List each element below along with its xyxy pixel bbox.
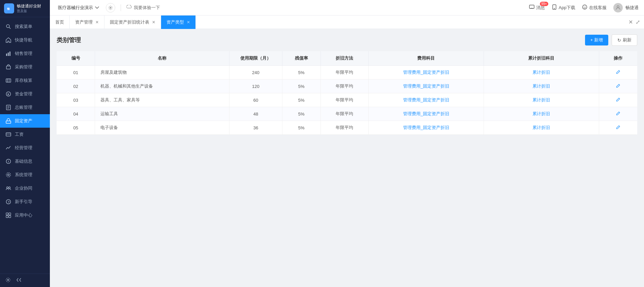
online-service-icon: [582, 4, 587, 11]
logo-text: 畅捷通好业财 普及版: [17, 4, 41, 13]
sidebar-item-label: 经营管理: [15, 145, 32, 151]
col-name: 名称: [95, 51, 229, 66]
user-action[interactable]: 畅捷通: [613, 3, 639, 12]
tab-asset-mgmt-close[interactable]: ✕: [95, 20, 99, 25]
svg-rect-8: [6, 79, 11, 82]
message-icon: [529, 4, 534, 11]
tab-bar-actions: ✕ ⤢: [628, 19, 644, 25]
table-row: 03 器具、工具、家具等 60 5% 年限平均 管理费用_固定资产折旧 累计折旧: [57, 93, 637, 107]
maximize-icon[interactable]: ⤢: [636, 19, 640, 25]
cell-id: 05: [57, 121, 95, 135]
sidebar-item-basic[interactable]: 基础信息: [0, 155, 50, 168]
tab-asset-mgmt-label: 资产管理: [75, 19, 93, 25]
cell-accumulated: 累计折旧: [484, 107, 599, 121]
close-window-icon[interactable]: ✕: [628, 19, 633, 25]
operations-icon: [5, 145, 11, 151]
app-download-action[interactable]: App下载: [552, 4, 575, 11]
sidebar-item-collab[interactable]: 企业协同: [0, 182, 50, 195]
username: 畅捷通: [625, 5, 639, 11]
cell-action[interactable]: [599, 79, 637, 93]
edit-icon[interactable]: [616, 84, 620, 89]
online-service-label: 在线客服: [589, 5, 607, 11]
message-action[interactable]: 消息 99+: [529, 4, 545, 11]
sidebar-bottom: [0, 274, 50, 287]
sidebar-item-salary[interactable]: 工资: [0, 128, 50, 141]
tab-asset-mgmt[interactable]: 资产管理 ✕: [70, 15, 104, 29]
edit-icon[interactable]: [616, 111, 620, 117]
cell-expense: 管理费用_固定资产折旧: [369, 66, 484, 79]
sidebar-item-fixed-assets[interactable]: 固定资产: [0, 114, 50, 128]
collapse-sidebar-icon[interactable]: [16, 277, 23, 284]
svg-point-26: [9, 187, 10, 189]
sidebar-item-purchase[interactable]: 采购管理: [0, 60, 50, 74]
tab-asset-type[interactable]: 资产类型 ✕: [161, 15, 196, 29]
sidebar-item-quicknav[interactable]: 快捷导航: [0, 33, 50, 47]
sidebar-item-operations[interactable]: 经营管理: [0, 141, 50, 155]
tab-depreciation-close[interactable]: ✕: [152, 20, 155, 25]
svg-point-24: [6, 173, 11, 177]
search-icon: [5, 24, 11, 30]
sales-icon: [5, 51, 11, 57]
tab-depreciation[interactable]: 固定资产折旧统计表 ✕: [104, 15, 161, 29]
sidebar-item-capital[interactable]: ¥ 资金管理: [0, 87, 50, 101]
svg-rect-31: [6, 216, 8, 218]
new-button[interactable]: + 新增: [585, 35, 608, 45]
sidebar-item-guide[interactable]: ? 新手引导: [0, 195, 50, 209]
svg-rect-5: [8, 53, 9, 56]
module-settings-icon[interactable]: [106, 3, 115, 12]
sidebar-item-sales[interactable]: 销售管理: [0, 47, 50, 60]
sidebar-item-label: 库存核算: [15, 77, 32, 84]
cell-duration: 240: [229, 66, 282, 79]
sidebar-item-appstore[interactable]: 应用中心: [0, 209, 50, 222]
refresh-button[interactable]: ↻ 刷新: [612, 34, 637, 46]
tab-asset-type-label: 资产类型: [166, 19, 184, 25]
salary-icon: [5, 131, 11, 137]
header-buttons: + 新增 ↻ 刷新: [585, 34, 637, 46]
edit-icon[interactable]: [616, 125, 620, 131]
cell-residual: 5%: [282, 66, 320, 79]
cell-duration: 60: [229, 93, 282, 107]
cell-action[interactable]: [599, 93, 637, 107]
svg-rect-17: [6, 121, 11, 123]
cell-action[interactable]: [599, 66, 637, 79]
cell-action[interactable]: [599, 121, 637, 135]
tab-home[interactable]: 首页: [50, 15, 70, 29]
cell-name: 运输工具: [95, 107, 229, 121]
cell-expense: 管理费用_固定资产折旧: [369, 79, 484, 93]
svg-rect-4: [6, 54, 7, 56]
cell-method: 年限平均: [320, 107, 368, 121]
module-selector[interactable]: 医疗器械行业演示: [55, 3, 102, 12]
cell-expense: 管理费用_固定资产折旧: [369, 121, 484, 135]
system-icon: [5, 172, 11, 178]
experience-button[interactable]: 我要体验一下: [126, 5, 160, 11]
cell-residual: 5%: [282, 121, 320, 135]
sidebar-item-label: 新手引导: [15, 199, 32, 205]
basic-icon: [5, 158, 11, 164]
svg-text:畅: 畅: [7, 7, 10, 10]
tab-asset-type-close[interactable]: ✕: [187, 20, 190, 25]
col-action: 操作: [599, 51, 637, 66]
cell-expense: 管理费用_固定资产折旧: [369, 107, 484, 121]
settings-bottom-icon[interactable]: [5, 277, 11, 284]
svg-point-34: [110, 7, 111, 8]
sidebar-item-system[interactable]: 系统管理: [0, 168, 50, 182]
online-service-action[interactable]: 在线客服: [582, 4, 607, 11]
table-row: 01 房屋及建筑物 240 5% 年限平均 管理费用_固定资产折旧 累计折旧: [57, 66, 637, 79]
cell-name: 电子设备: [95, 121, 229, 135]
sidebar-item-inventory[interactable]: 库存核算: [0, 74, 50, 87]
col-residual: 残值率: [282, 51, 320, 66]
app-download-label: App下载: [559, 5, 575, 11]
cell-action[interactable]: [599, 107, 637, 121]
edit-icon[interactable]: [616, 98, 620, 103]
svg-point-33: [7, 279, 9, 281]
collab-icon: [5, 185, 11, 191]
sidebar-item-label: 销售管理: [15, 51, 32, 57]
dropdown-icon: [95, 5, 99, 10]
svg-rect-18: [6, 133, 11, 136]
edit-icon[interactable]: [616, 70, 620, 75]
sidebar-item-label: 固定资产: [15, 118, 32, 124]
svg-text:?: ?: [8, 200, 10, 204]
sidebar-item-ledger[interactable]: 总账管理: [0, 101, 50, 114]
table-header-row: 编号 名称 使用期限（月） 残值率 折旧方法 费用科目 累计折旧科目 操作: [57, 51, 637, 66]
sidebar-item-search[interactable]: 搜索菜单: [0, 20, 50, 33]
